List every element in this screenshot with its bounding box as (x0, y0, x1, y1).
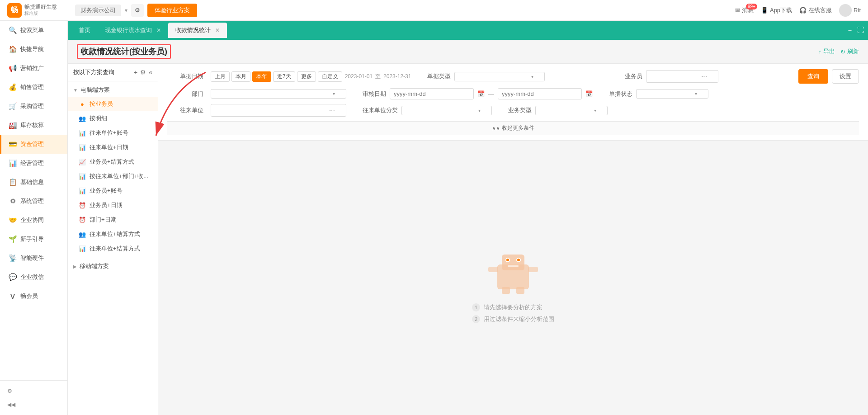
cal-icon-to[interactable]: 📅 (585, 90, 593, 97)
sidebar-collapse-btn[interactable]: ◀◀ (0, 398, 67, 411)
scheme-item-counter-date[interactable]: 📊 往来单位+日期 (68, 140, 158, 155)
sidebar-item-search-menu[interactable]: 🔍 搜索菜单 (0, 21, 67, 40)
mobile-expand-icon: ▶ (73, 264, 77, 269)
doc-status-select[interactable]: ▾ (636, 89, 708, 99)
placeholder-step-2: 2 用过滤条件来缩小分析范围 (472, 315, 554, 323)
tab-receipt-stat[interactable]: 收款情况统计 ✕ (168, 23, 227, 38)
add-scheme-icon[interactable]: + (134, 69, 137, 76)
counter-settle2-icon: 📊 (79, 245, 86, 252)
sidebar-item-system[interactable]: ⚙ 系统管理 (0, 192, 67, 211)
date-this-month[interactable]: 本月 (231, 71, 250, 82)
date-more[interactable]: 更多 (297, 71, 316, 82)
scheme-item-by-detail[interactable]: 👥 按明细 (68, 111, 158, 126)
sidebar: 🔍 搜索菜单 🏠 快捷导航 📢 营销推广 💰 销售管理 🛒 采购管理 🏭 库存核… (0, 21, 68, 415)
filter-row-3: 往来单位 ··· 往来单位分类 ▾ 业务类型 (167, 104, 859, 117)
sidebar-item-inventory[interactable]: 🏭 库存核算 (0, 116, 67, 135)
date-shortcuts: 上月 本月 本年 近7天 更多 自定义 (211, 71, 342, 82)
message-icon: ✉ (735, 7, 740, 14)
refresh-btn[interactable]: ↻ 刷新 (840, 47, 859, 56)
set-button[interactable]: 设置 (832, 69, 859, 84)
scheme-item-salesman-settle[interactable]: 📈 业务员+结算方式 (68, 155, 158, 169)
workspace-arrow[interactable]: ▾ (125, 7, 127, 14)
scheme-item-counter-settle1[interactable]: 👥 往来单位+结算方式 (68, 227, 158, 241)
page-header: 收款情况统计(按业务员) ↑ 导出 ↻ 刷新 (68, 40, 868, 64)
scheme-item-counter-acct[interactable]: 📊 往来单位+账号 (68, 126, 158, 140)
sidebar-item-member[interactable]: V 畅会员 (0, 287, 67, 306)
settings-icon[interactable]: ⚙ (131, 4, 144, 17)
sidebar-item-smart-hw[interactable]: 📡 智能硬件 (0, 249, 67, 268)
svg-rect-9 (488, 267, 498, 272)
sidebar-item-operations[interactable]: 📊 经营管理 (0, 154, 67, 173)
desktop-section-header[interactable]: ▼ 电脑端方案 (68, 83, 158, 97)
system-icon: ⚙ (9, 197, 17, 205)
tab-home[interactable]: 首页 (71, 23, 98, 38)
counterpart-select[interactable]: ··· (211, 104, 346, 117)
tab-bank-flow[interactable]: 现金银行流水查询 ✕ (98, 23, 168, 38)
tab-maximize-icon[interactable]: ⛶ (857, 26, 864, 34)
svg-rect-7 (502, 287, 510, 294)
sidebar-item-guide[interactable]: 🌱 新手引导 (0, 230, 67, 249)
scheme-header-actions: + ⚙ « (134, 69, 152, 76)
sidebar-item-sales[interactable]: 💰 销售管理 (0, 78, 67, 97)
online-service-btn[interactable]: 🎧 在线客服 (799, 6, 832, 14)
biz-type-select[interactable]: ▾ (535, 106, 608, 115)
tab-minimize-icon[interactable]: － (846, 26, 854, 35)
sidebar-item-corp-collab[interactable]: 🤝 企业协同 (0, 211, 67, 230)
sidebar-settings-btn[interactable]: ⚙ (0, 384, 67, 398)
user-area[interactable]: Rit (839, 4, 861, 17)
sidebar-item-base-info[interactable]: 📋 基础信息 (0, 173, 67, 192)
tab-close-receipt-stat[interactable]: ✕ (215, 27, 220, 33)
collapse-filter-btn[interactable]: ∧∧ 收起更多条件 (167, 121, 859, 135)
app-download-btn[interactable]: 📱 App下载 (761, 6, 792, 14)
date-last-month[interactable]: 上月 (211, 71, 230, 82)
date-7days[interactable]: 近7天 (273, 71, 295, 82)
export-btn[interactable]: ↑ 导出 (819, 47, 835, 56)
scheme-item-counter-settle2[interactable]: 📊 往来单位+结算方式 (68, 241, 158, 256)
doc-type-select[interactable]: ▾ (454, 72, 545, 81)
counterpart-category-select[interactable]: ▾ (401, 106, 492, 115)
salesman-more-icon[interactable]: ··· (701, 72, 707, 80)
scheme-item-dept-date[interactable]: ⏰ 部门+日期 (68, 212, 158, 227)
scheme-panel-title: 按以下方案查询 (73, 68, 114, 76)
message-badge: 99+ (746, 4, 757, 9)
purchase-icon: 🛒 (9, 102, 17, 110)
corp-collab-icon: 🤝 (9, 216, 17, 224)
audit-date-from[interactable] (390, 88, 474, 99)
query-button[interactable]: 查询 (798, 69, 828, 84)
mobile-section-header[interactable]: ▶ 移动端方案 (68, 259, 158, 273)
user-avatar (839, 4, 852, 17)
date-this-year[interactable]: 本年 (252, 71, 271, 82)
filter-area: 单据日期 上月 本月 本年 近7天 更多 自定义 2023-01-01 至 20… (158, 64, 868, 141)
doc-status-label: 单据状态 (609, 90, 632, 98)
trial-button[interactable]: 体验行业方案 (147, 4, 197, 17)
svg-point-5 (517, 259, 520, 261)
audit-date-to[interactable] (498, 88, 582, 99)
filter-row-2: 部门 ▾ 审核日期 📅 — 📅 单据状态 (167, 88, 859, 99)
message-btn[interactable]: ✉ 消息 99+ (735, 6, 754, 14)
scheme-item-salesman-date[interactable]: ⏰ 业务员+日期 (68, 198, 158, 212)
scheme-item-by-salesman[interactable]: ● 按业务员 (68, 97, 158, 111)
base-info-icon: 📋 (9, 178, 17, 186)
doc-status-arrow: ▾ (695, 91, 697, 96)
workspace-selector[interactable]: 财务演示公司 (75, 5, 121, 16)
scheme-item-salesman-acct[interactable]: 📊 业务员+账号 (68, 184, 158, 198)
sales-icon: 💰 (9, 83, 17, 91)
date-custom[interactable]: 自定义 (318, 71, 342, 82)
dept-select[interactable]: ▾ (211, 89, 346, 99)
filter-actions: 查询 设置 (798, 69, 859, 84)
sidebar-item-quick-nav[interactable]: 🏠 快捷导航 (0, 40, 67, 59)
counterpart-label: 往来单位 (167, 106, 203, 114)
sidebar-item-purchase[interactable]: 🛒 采购管理 (0, 97, 67, 116)
tab-close-bank-flow[interactable]: ✕ (156, 27, 161, 33)
salesman-select[interactable]: ··· (646, 70, 718, 83)
cal-icon-from[interactable]: 📅 (477, 90, 485, 97)
sidebar-item-corp-wechat[interactable]: 💬 企业微信 (0, 268, 67, 287)
counterpart-more-icon[interactable]: ··· (329, 106, 335, 114)
page-actions: ↑ 导出 ↻ 刷新 (819, 47, 859, 56)
sidebar-item-fund[interactable]: 💳 资金管理 (0, 135, 67, 154)
collapse-scheme-icon[interactable]: « (149, 69, 152, 76)
scheme-item-counter-dept-recv[interactable]: 📊 按往来单位+部门+收... (68, 169, 158, 184)
step-2-number: 2 (472, 315, 480, 323)
scheme-settings-icon[interactable]: ⚙ (140, 69, 146, 76)
sidebar-item-marketing[interactable]: 📢 营销推广 (0, 59, 67, 78)
